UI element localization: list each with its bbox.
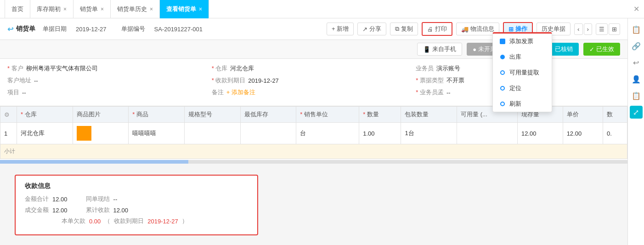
window-close-button[interactable]: ✕ — [633, 5, 639, 13]
doc-title: ↩ 销货单 — [7, 25, 35, 34]
available-extract-item[interactable]: 可用量提取 — [493, 65, 552, 80]
same-order-value: -- — [113, 196, 118, 203]
add-note-button[interactable]: 添加备注 — [226, 88, 255, 97]
invoice-icon — [499, 38, 506, 45]
project-label: 项目 — [7, 88, 19, 97]
transaction-label: 成交金额 — [25, 206, 49, 214]
outstanding-value: 0.00 — [89, 218, 101, 225]
cumulative-value: 12.00 — [113, 207, 129, 214]
grid-icon: ⊞ — [508, 26, 514, 33]
col-pack-qty: 包装数量 — [401, 107, 457, 123]
date-value: 2019-12-27 — [76, 26, 107, 33]
next-arrow[interactable]: › — [584, 23, 592, 35]
sidebar-expand-icon[interactable]: ⤢ — [630, 106, 643, 119]
tab-close-view[interactable]: × — [199, 6, 202, 12]
cell-img — [73, 123, 129, 144]
due-date-close: ） — [182, 217, 188, 225]
outbound-item[interactable]: 出库 — [493, 49, 552, 65]
cell-price: 12.00 — [563, 123, 603, 144]
gear-icon: ⚙ — [4, 111, 10, 118]
col-num: 数 — [603, 107, 627, 123]
operation-dropdown: 添加发票 出库 可用量提取 定位 刷新 — [492, 32, 552, 112]
nav-arrows: ‹ › — [574, 23, 592, 35]
locate-item[interactable]: 定位 — [493, 80, 552, 96]
new-button[interactable]: + 新增 — [327, 23, 354, 35]
salesman-value: -- — [446, 89, 451, 96]
sidebar-icon-3[interactable]: ↩ — [630, 56, 643, 69]
ticket-type-value: 不开票 — [446, 76, 464, 85]
col-price: 单价 — [563, 107, 603, 123]
cell-warehouse: 河北仓库 — [17, 123, 73, 144]
col-unit: * 销售单位 — [296, 107, 359, 123]
warehouse-value: 河北仓库 — [230, 64, 254, 73]
tab-sales-history[interactable]: 销货单历史 × — [111, 0, 160, 18]
from-phone-button[interactable]: 📱 来自手机 — [417, 43, 462, 56]
tab-home[interactable]: 首页 — [5, 0, 30, 18]
sidebar-icon-1[interactable]: 📋 — [630, 23, 643, 36]
sidebar-icon-2[interactable]: 🔗 — [630, 40, 643, 52]
sidebar-icon-4[interactable]: 👤 — [630, 73, 643, 85]
cell-product: 嘻嘻嘻嘻 — [129, 123, 185, 144]
col-spec: 规格型号 — [184, 107, 240, 123]
view-icons: ☰ ⊞ — [596, 23, 620, 35]
staff-value: 演示账号 — [436, 64, 460, 73]
data-table: ⚙ * 仓库 商品图片 * 商品 规格型号 最低库存 * 销售单位 * 数量 包… — [0, 106, 627, 159]
address-value: -- — [34, 77, 38, 84]
cell-num: 0. — [603, 123, 627, 144]
doc-type-icon: ↩ — [7, 25, 13, 34]
cell-avail — [457, 123, 518, 144]
tab-close-inventory[interactable]: × — [63, 6, 67, 12]
col-product: * 商品 — [129, 107, 185, 123]
circle-icon: ● — [473, 46, 476, 53]
cell-index: 1 — [0, 123, 17, 144]
number-value: SA-20191227-001 — [154, 26, 203, 33]
customer-label: 客户 — [7, 64, 23, 73]
payment-row-3: 本单欠款 0.00 （ 收款到期日 2019-12-27 ） — [25, 217, 248, 225]
address-label: 客户地址 — [7, 76, 31, 85]
prev-arrow[interactable]: ‹ — [574, 23, 582, 35]
staff-label: 业务员 — [416, 64, 434, 73]
print-button[interactable]: 🖨 打印 — [422, 22, 452, 36]
effective-button[interactable]: ✓ 已生效 — [583, 43, 620, 56]
cell-current: 12.00 — [517, 123, 563, 144]
subtotal-row: 小计 — [0, 144, 627, 159]
tab-inventory-init[interactable]: 库存期初 × — [30, 0, 73, 18]
cumulative-label: 累计收款 — [86, 206, 110, 214]
due-date-label: 收款到期日 — [114, 217, 144, 225]
copy-button[interactable]: ⧉ 复制 — [390, 23, 418, 35]
subtotal-cell: 小计 — [0, 144, 627, 159]
transaction-item: 成交金额 12.00 — [25, 206, 68, 214]
same-order-settle-item: 同单现结 -- — [86, 195, 118, 203]
tab-close-history[interactable]: × — [150, 6, 153, 12]
customer-field: 客户 柳州粤港平安气体有限公司 — [7, 64, 212, 73]
note-field: 备注 添加备注 — [212, 88, 416, 97]
share-icon: ↗ — [362, 26, 367, 33]
amount-total-label: 金额合计 — [25, 195, 49, 203]
sidebar-icon-5[interactable]: 📋 — [630, 89, 643, 102]
refresh-item[interactable]: 刷新 — [493, 96, 552, 112]
grid-view-icon[interactable]: ⊞ — [609, 23, 620, 35]
add-invoice-item[interactable]: 添加发票 — [493, 34, 552, 49]
ticket-type-label: 票据类型 — [416, 76, 444, 85]
list-view-icon[interactable]: ☰ — [596, 23, 608, 35]
cell-unit: 台 — [296, 123, 359, 144]
table-row: 1 河北仓库 嘻嘻嘻嘻 台 1.00 1台 12.00 12.00 — [0, 123, 627, 144]
cell-qty: 1.00 — [359, 123, 401, 144]
due-date-note: （ — [104, 217, 110, 225]
payment-date-field: 收款到期日 2019-12-27 — [212, 76, 416, 85]
share-button[interactable]: ↗ 分享 — [357, 23, 386, 35]
tab-view-sales[interactable]: 查看销货单 × — [160, 0, 209, 18]
horizontal-scrollbar[interactable] — [0, 160, 627, 164]
phone-icon: 📱 — [423, 46, 430, 53]
tab-sales-order[interactable]: 销货单 × — [73, 0, 111, 18]
salesman-label: 业务员孟 — [416, 88, 444, 97]
copy-icon: ⧉ — [395, 25, 399, 33]
col-warehouse: * 仓库 — [17, 107, 73, 123]
outstanding-item: 本单欠款 0.00 （ 收款到期日 2019-12-27 ） — [62, 217, 188, 225]
tab-close-sales[interactable]: × — [101, 6, 104, 12]
payment-title: 收款信息 — [25, 182, 248, 190]
col-qty: * 数量 — [359, 107, 401, 123]
col-img: 商品图片 — [73, 107, 129, 123]
col-min-stock: 最低库存 — [240, 107, 296, 123]
customer-value: 柳州粤港平安气体有限公司 — [26, 64, 98, 73]
